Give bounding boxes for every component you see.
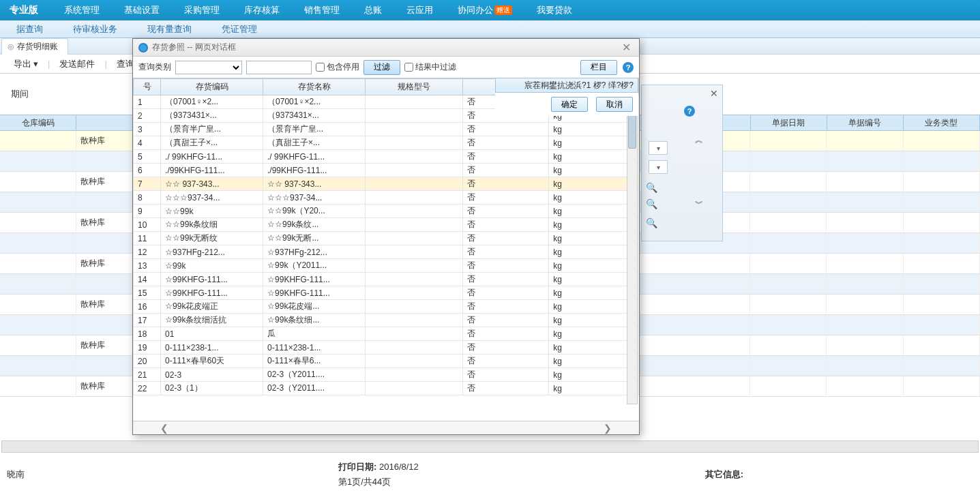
side-panel-close-icon[interactable]: ✕ [710, 88, 718, 99]
footer-left: 晓南 [7, 468, 25, 481]
dialog-grid: 号存货编码存货名称规格型号停用计量单位1（07001♀×2...（07001♀×… [133, 78, 639, 421]
dialog-table-row[interactable]: 13☆99k☆99k（Y2011...否kg [134, 259, 639, 273]
print-date-label: 打印日期: [338, 462, 376, 472]
app-title: 专业版 [3, 4, 52, 16]
column-header[interactable]: 单据编号 [827, 115, 904, 130]
sub-menu-item[interactable]: 待审核业务 [58, 23, 132, 35]
dialog-table-row[interactable]: 1801瓜否kg [134, 327, 639, 341]
dialog-table-row[interactable]: 5./ 99KHFG-11..../ 99KHFG-11...否kg [134, 150, 639, 164]
search-icon-2[interactable]: 🔍 [646, 198, 658, 211]
dialog-table-row[interactable]: 3（景育半广皇...（景育半广皇...否kg [134, 123, 639, 136]
menu-item[interactable]: 库存核算 [232, 4, 292, 16]
query-type-select[interactable] [175, 61, 242, 74]
tab-inventory-detail[interactable]: ◎ 存货明细账 [1, 38, 68, 55]
ok-button[interactable]: 确定 [551, 97, 588, 112]
query-input[interactable] [246, 61, 312, 74]
dialog-table-row[interactable]: 7☆☆ 937-343...☆☆ 937-343...否kg [134, 177, 639, 191]
scroll-up-icon[interactable]: ︽ [695, 134, 703, 146]
sub-menu-item[interactable]: 凭证管理 [207, 23, 272, 35]
dialog-table-row[interactable]: 17☆99k条纹细活抗☆99k条纹细...否kg [134, 314, 639, 327]
period-label: 期间 [11, 88, 29, 100]
dialog-table-row[interactable]: 10☆☆99k条纹细☆☆99k条纹...否kg [134, 218, 639, 232]
confirm-panel: 宸茬粡鐢抗浇浜?1 椤? 缂?椤? 确定 取消 [495, 78, 638, 116]
sub-menu-item[interactable]: 据查询 [1, 23, 58, 35]
dialog-table-row[interactable]: 16☆99k花皮端正☆99k花皮端...否kg [134, 300, 639, 314]
help-icon[interactable]: ? [684, 106, 695, 117]
column-header[interactable]: 业务类型 [904, 115, 980, 130]
sub-menu-bar: 据查询待审核业务现有量查询凭证管理 [0, 20, 980, 38]
dialog-column-header[interactable]: 存货编码 [161, 79, 263, 95]
scroll-right-icon[interactable]: ❯ [604, 423, 612, 434]
menu-item[interactable]: 基础设置 [112, 4, 172, 16]
inventory-table[interactable]: 号存货编码存货名称规格型号停用计量单位1（07001♀×2...（07001♀×… [133, 78, 639, 395]
menu-item[interactable]: 采购管理 [172, 4, 232, 16]
page-info: 第1页/共44页 [338, 476, 419, 488]
query-type-label: 查询类别 [138, 61, 171, 73]
columns-button[interactable]: 栏目 [580, 60, 617, 75]
dialog-column-header[interactable]: 存货名称 [263, 79, 366, 95]
menu-item[interactable]: 协同办公赠送 [445, 4, 524, 16]
confirm-title: 宸茬粡鐢抗浇浜?1 椤? 缂?椤? [495, 78, 638, 93]
ie-icon [138, 43, 148, 52]
dialog-table-row[interactable]: 2202-3（1）02-3（Y2011....否kg [134, 382, 639, 395]
scroll-down-icon[interactable]: ︾ [695, 198, 703, 210]
tab-title: 存货明细账 [17, 41, 58, 52]
menu-item[interactable]: 系统管理 [52, 4, 112, 16]
scroll-left-icon[interactable]: ❮ [160, 423, 168, 434]
print-date-value: 2016/8/12 [379, 462, 419, 472]
filter-in-result-checkbox[interactable]: 结果中过滤 [404, 61, 456, 73]
menu-item[interactable]: 销售管理 [292, 4, 352, 16]
dialog-horizontal-scroll[interactable]: ❮ ❯ [133, 421, 639, 434]
dialog-table-row[interactable]: 14☆99KHFG-111...☆99KHFG-111...否kg [134, 273, 639, 286]
footer: 晓南 打印日期: 2016/8/12 第1页/共44页 其它信息: [0, 454, 980, 495]
menu-item[interactable]: 我要贷款 [524, 4, 584, 16]
dialog-column-header[interactable]: 规格型号 [365, 79, 462, 95]
column-header[interactable]: 单据日期 [751, 115, 827, 130]
side-dropdown-1[interactable]: ▾ [649, 141, 668, 155]
tab-close-icon[interactable]: ◎ [8, 42, 14, 51]
sub-menu-item[interactable]: 现有量查询 [132, 23, 207, 35]
dialog-table-row[interactable]: 190-111×238-1...0-111×238-1...否kg [134, 341, 639, 355]
dialog-table-row[interactable]: 8☆☆☆937-34...☆☆☆937-34...否kg [134, 191, 639, 205]
column-header[interactable]: 仓库编码 [0, 115, 76, 130]
dialog-table-row[interactable]: 9☆☆99k☆☆99k（Y20...否kg [134, 205, 639, 218]
dialog-table-row[interactable]: 11☆☆99k无断纹☆☆99k无断...否kg [134, 232, 639, 245]
send-mail-button[interactable]: 发送邮件 [54, 57, 100, 72]
dialog-close-icon[interactable]: ✕ [619, 41, 634, 54]
menu-item[interactable]: 云应用 [394, 4, 445, 16]
chevron-down-icon: ▾ [33, 59, 38, 69]
other-info-label: 其它信息: [705, 469, 743, 479]
dialog-table-row[interactable]: 6./99KHFG-111..../99KHFG-111...否kg [134, 164, 639, 177]
include-discontinued-checkbox[interactable]: 包含停用 [316, 61, 359, 73]
dialog-help-icon[interactable]: ? [623, 62, 634, 73]
search-icon[interactable]: 🔍 [646, 182, 658, 194]
side-tool-panel: ✕ ? ︽ ︾ ▾ ▾ 🔍 🔍 🔍 [641, 85, 723, 241]
horizontal-scrollbar[interactable] [1, 440, 979, 453]
globe-search-icon[interactable]: 🔍 [646, 217, 658, 230]
dialog-column-header[interactable]: 号 [134, 79, 161, 95]
dialog-table-row[interactable]: 15☆99KHFG-111...☆99KHFG-111...否kg [134, 286, 639, 300]
export-button[interactable]: 导出 ▾ [8, 57, 44, 72]
main-menu-bar: 专业版 系统管理基础设置采购管理库存核算销售管理总账云应用协同办公赠送我要贷款 [0, 0, 980, 20]
dialog-table-row[interactable]: 2102-302-3（Y2011....否kg [134, 368, 639, 382]
dialog-title-text: 存货参照 -- 网页对话框 [152, 42, 236, 53]
side-dropdown-2[interactable]: ▾ [649, 160, 668, 174]
menu-item[interactable]: 总账 [352, 4, 394, 16]
gift-badge: 赠送 [494, 5, 512, 15]
cancel-button[interactable]: 取消 [596, 97, 633, 112]
filter-button[interactable]: 过滤 [363, 60, 400, 75]
dialog-table-row[interactable]: 4（真甜王子×...（真甜王子×...否kg [134, 136, 639, 150]
dialog-table-row[interactable]: 200-111×春早60天0-111×春早6...否kg [134, 355, 639, 368]
dialog-title-bar[interactable]: 存货参照 -- 网页对话框 ✕ [133, 39, 639, 57]
dialog-toolbar: 查询类别 包含停用 过滤 结果中过滤 栏目 ? [133, 57, 639, 78]
vertical-scrollbar[interactable] [627, 96, 638, 404]
dialog-table-row[interactable]: 12☆937HFg-212...☆937HFg-212...否kg [134, 245, 639, 259]
